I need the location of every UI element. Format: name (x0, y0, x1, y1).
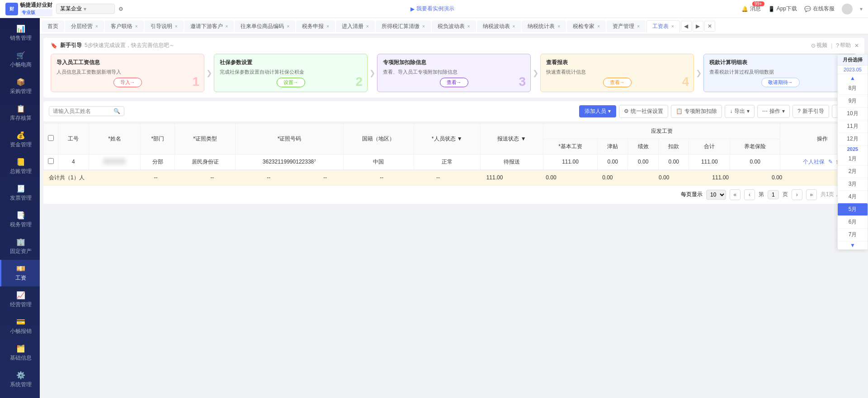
unified-settings-button[interactable]: ⚙ 统一社保设置 (619, 105, 668, 118)
online-service-button[interactable]: 💬 在线客服 (804, 5, 835, 13)
action-social-insurance[interactable]: 个人社保 (803, 159, 825, 165)
sidebar-item-sales[interactable]: 📊 销售管理 (0, 20, 40, 47)
prev-page-btn[interactable]: ‹ (744, 189, 755, 200)
sidebar-item-ecommerce[interactable]: 🛒 小畅电商 (0, 47, 40, 73)
tab-customer[interactable]: 客户联络 × (105, 20, 144, 32)
action-edit[interactable]: ✎ (828, 159, 833, 165)
step-action-btn[interactable]: 查看→ (440, 78, 468, 87)
step-number: 2 (355, 75, 363, 89)
tab-payroll[interactable]: 工资表 × (646, 20, 680, 33)
message-button[interactable]: 🔔 消息 99+ (741, 5, 761, 13)
close-icon[interactable]: × (671, 24, 674, 29)
table-scroll[interactable]: 工号 *姓名 *部门 *证照类型 *证照号码 国籍（地区） *人员状态 ▼ 报送… (43, 123, 864, 170)
month-3[interactable]: 3月 (838, 178, 868, 191)
month-10[interactable]: 10月 (838, 108, 868, 120)
tab-nav-prev[interactable]: ◀ (681, 21, 692, 32)
close-icon[interactable]: × (422, 24, 425, 29)
tab-tax-stats[interactable]: 纳税统计表 × (522, 20, 566, 32)
step-action-btn[interactable]: 导入→ (113, 78, 142, 87)
search-icon[interactable]: 🔍 (113, 108, 120, 114)
tab-tax-burden[interactable]: 税负波动表 × (432, 20, 476, 32)
sidebar-item-payroll[interactable]: 💴 工资 (0, 260, 40, 286)
tab-nav-close-all[interactable]: ✕ (704, 21, 715, 32)
tab-guide-desc[interactable]: 引导说明 × (145, 20, 184, 32)
close-icon[interactable]: × (175, 24, 178, 29)
month-4[interactable]: 4月 (838, 191, 868, 203)
select-all-checkbox[interactable] (48, 135, 54, 141)
user-menu-icon[interactable]: ▾ (860, 6, 863, 12)
page-size-select[interactable]: 10 20 50 (706, 190, 726, 200)
month-5[interactable]: 5月 (838, 203, 868, 216)
sidebar-item-invoice[interactable]: 🧾 发票管理 (0, 180, 40, 206)
month-6[interactable]: 6月 (838, 216, 868, 229)
row-checkbox[interactable] (48, 158, 54, 164)
tab-nav-next[interactable]: ▶ (693, 21, 703, 32)
close-icon[interactable]: × (467, 24, 470, 29)
settings-icon[interactable]: ⚙ (118, 6, 123, 12)
sidebar-item-operations[interactable]: 📈 经营管理 (0, 286, 40, 313)
close-icon[interactable]: × (557, 24, 560, 29)
add-staff-button[interactable]: 添加人员 ▾ (579, 105, 616, 117)
month-11[interactable]: 11月 (838, 120, 868, 133)
month-8[interactable]: 8月 (838, 82, 868, 95)
close-icon[interactable]: × (226, 24, 228, 29)
guide-video-btn[interactable]: ⊙ 视频 (811, 42, 827, 49)
app-download-button[interactable]: 📱 App下载 (768, 5, 797, 13)
sidebar-item-cooperation[interactable]: 🤝 企业协同 (0, 393, 40, 398)
tab-home[interactable]: 首页 (42, 20, 64, 32)
tab-clearance[interactable]: 进入清册 × (336, 20, 375, 32)
tab-tax-filing[interactable]: 税务申报 × (296, 20, 335, 32)
sidebar-item-finance[interactable]: 💰 资金管理 (0, 126, 40, 153)
month-2[interactable]: 2月 (838, 165, 868, 178)
month-down-btn[interactable]: ▼ (838, 241, 868, 249)
month-9[interactable]: 9月 (838, 95, 868, 108)
tab-layered[interactable]: 分层经营 × (65, 20, 104, 32)
month-7[interactable]: 7月 (838, 229, 868, 241)
search-input[interactable] (53, 108, 112, 114)
sidebar-item-purchase[interactable]: 📦 采购管理 (0, 73, 40, 100)
demo-link[interactable]: ▶ 我要看实例演示 (410, 5, 454, 13)
close-icon[interactable]: × (135, 24, 138, 29)
tab-invite[interactable]: 邀请下游客户 × (184, 20, 234, 32)
guide-button[interactable]: ? 新手引导 (793, 105, 829, 118)
operations-button[interactable]: ⋯ 操作 ▾ (757, 105, 790, 118)
tab-asset-mgmt[interactable]: 资产管理 × (607, 20, 646, 32)
sidebar-item-inventory[interactable]: 📋 库存核算 (0, 100, 40, 126)
company-selector[interactable]: 某某企业 ▾ (56, 4, 115, 14)
close-icon[interactable]: × (597, 24, 600, 29)
last-page-btn[interactable]: » (806, 189, 817, 200)
col-nationality: 国籍（地区） (344, 123, 414, 154)
step-action-btn[interactable]: 敬请期待→ (761, 78, 800, 87)
month-up-btn[interactable]: ▲ (838, 74, 868, 82)
footer-dash-4: -- (297, 174, 354, 181)
next-page-btn[interactable]: › (792, 189, 802, 200)
tab-product-code[interactable]: 往来单位商品编码 × (235, 20, 295, 32)
avatar[interactable] (842, 4, 853, 14)
close-icon[interactable]: × (326, 24, 329, 29)
close-icon[interactable]: × (366, 24, 369, 29)
sidebar-item-system[interactable]: ⚙️ 系统管理 (0, 366, 40, 393)
close-icon[interactable]: × (513, 24, 515, 29)
footer-basic-salary: 111.00 (467, 174, 523, 181)
sidebar-item-ledger[interactable]: 📒 总账管理 (0, 153, 40, 180)
tab-tax-fluctuation[interactable]: 纳税波动表 × (477, 20, 521, 32)
sidebar-item-tax[interactable]: 📑 税务管理 (0, 206, 40, 233)
tab-tax-expert[interactable]: 税检专家 × (567, 20, 606, 32)
sidebar-item-basic-info[interactable]: 🗂️ 基础信息 (0, 340, 40, 366)
tab-income-tax[interactable]: 所得税汇算清缴 × (376, 20, 431, 32)
step-action-btn[interactable]: 查看→ (603, 78, 632, 87)
guide-help-btn[interactable]: ? 帮助 (836, 42, 851, 49)
sidebar-item-expense[interactable]: 💳 小畅报销 (0, 313, 40, 340)
close-icon[interactable]: × (95, 24, 98, 29)
special-deduction-button[interactable]: 📋 专项附加扣除 (671, 105, 722, 118)
sidebar-item-assets[interactable]: 🏢 固定资产 (0, 233, 40, 260)
guide-close-btn[interactable]: ✕ (854, 42, 859, 49)
step-action-btn[interactable]: 设置→ (277, 78, 305, 87)
first-page-btn[interactable]: « (730, 189, 741, 200)
sidebar-item-label: 发票管理 (10, 194, 32, 202)
month-1[interactable]: 1月 (838, 153, 868, 165)
export-button[interactable]: ↓ 导出 ▾ (725, 105, 755, 118)
close-icon[interactable]: × (287, 24, 289, 29)
month-12[interactable]: 12月 (838, 133, 868, 145)
close-icon[interactable]: × (637, 24, 640, 29)
